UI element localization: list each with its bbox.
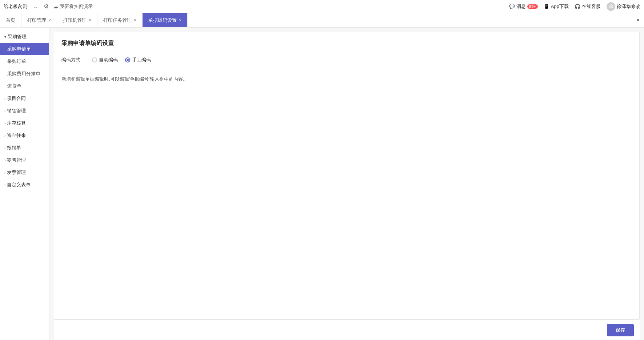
sidebar-group-label-sales-mgmt: 销售管理 bbox=[7, 108, 26, 114]
search-bar[interactable]: ☁ 我要看实例演示 bbox=[53, 3, 93, 10]
sidebar-item-purchase-order[interactable]: 采购订单 bbox=[0, 55, 49, 68]
chevron-right-icon: › bbox=[4, 171, 5, 175]
radio-auto-circle[interactable] bbox=[92, 57, 97, 62]
customer-service-label: 在线客服 bbox=[582, 3, 601, 10]
sidebar: ▾ 采购管理 采购申请单 采购订单 采购费用分摊单 进货单 › 项目合同 › 销… bbox=[0, 28, 49, 340]
sidebar-item-goods-receipt[interactable]: 进货单 bbox=[0, 80, 49, 92]
sidebar-group-label-retail: 零售管理 bbox=[7, 157, 26, 163]
settings-icon[interactable]: ⚙ bbox=[42, 2, 50, 11]
chevron-right-icon: › bbox=[4, 134, 5, 138]
tab-barcode-setting-close[interactable]: × bbox=[179, 18, 181, 23]
user-name: 徐泽华修改 bbox=[617, 3, 640, 10]
sidebar-group-header-retail[interactable]: › 零售管理 bbox=[0, 154, 49, 166]
hint-text: 新增和编辑单据编辑时,可以编辑'单据编号'输入框中的内容。 bbox=[61, 73, 632, 85]
content-area: 采购申请单编码设置 编码方式 自动编码 手工编码 新增和编辑单据编辑时,可以编辑… bbox=[49, 28, 644, 340]
tab-printer-mgmt-close[interactable]: × bbox=[89, 18, 91, 23]
page-title: 采购申请单编码设置 bbox=[61, 40, 632, 47]
sidebar-group-purchase: ▾ 采购管理 采购申请单 采购订单 采购费用分摊单 进货单 bbox=[0, 31, 49, 92]
sidebar-item-purchase-expense[interactable]: 采购费用分摊单 bbox=[0, 68, 49, 80]
tab-print-task-mgmt[interactable]: 打印任务管理 × bbox=[97, 13, 143, 27]
sidebar-group-header-fund[interactable]: › 资金往来 bbox=[0, 129, 49, 142]
radio-group-encoding: 自动编码 手工编码 bbox=[92, 57, 151, 63]
tab-printer-mgmt[interactable]: 打印机管理 × bbox=[57, 13, 97, 27]
dropdown-button[interactable]: ⌄ bbox=[32, 2, 39, 11]
message-label: 消息 bbox=[516, 3, 526, 10]
content-main: 采购申请单编码设置 编码方式 自动编码 手工编码 新增和编辑单据编辑时,可以编辑… bbox=[54, 32, 640, 320]
sidebar-group-label-project-contract: 项目合同 bbox=[7, 95, 26, 102]
chevron-right-icon: › bbox=[4, 97, 5, 101]
chevron-right-icon: › bbox=[4, 146, 5, 150]
chevron-right-icon: › bbox=[4, 121, 5, 125]
tab-bar: 首页 打印管理 × 打印机管理 × 打印任务管理 × 单据编码设置 × × bbox=[0, 13, 644, 28]
tab-home-label: 首页 bbox=[6, 17, 15, 24]
brand-logo: 给老板勿割! bbox=[4, 3, 29, 10]
tab-print-mgmt-label: 打印管理 bbox=[27, 17, 46, 24]
customer-service-button[interactable]: 🎧 在线客服 bbox=[575, 3, 601, 10]
sidebar-group-label-fund: 资金往来 bbox=[7, 132, 26, 139]
message-badge: 99+ bbox=[527, 4, 538, 9]
auto-code-label: 自动编码 bbox=[99, 57, 118, 63]
sidebar-group-label-purchase: 采购管理 bbox=[8, 33, 27, 40]
sidebar-group-label-custom-form: 自定义表单 bbox=[7, 182, 31, 188]
main-layout: ▾ 采购管理 采购申请单 采购订单 采购费用分摊单 进货单 › 项目合同 › 销… bbox=[0, 28, 644, 340]
sidebar-group-label-inventory: 库存核算 bbox=[7, 120, 26, 126]
avatar: 徐 bbox=[607, 2, 615, 11]
radio-manual-code[interactable]: 手工编码 bbox=[125, 57, 151, 63]
message-icon: 💬 bbox=[509, 4, 515, 9]
search-text[interactable]: 我要看实例演示 bbox=[60, 3, 93, 10]
app-download-icon: 📱 bbox=[544, 4, 549, 9]
global-close-button[interactable]: × bbox=[632, 17, 644, 24]
tab-barcode-setting[interactable]: 单据编码设置 × bbox=[143, 13, 188, 27]
sidebar-group-header-project-contract[interactable]: › 项目合同 bbox=[0, 92, 49, 105]
sidebar-group-header-return[interactable]: › 报销单 bbox=[0, 142, 49, 154]
sidebar-group-label-invoice: 发票管理 bbox=[7, 169, 26, 176]
tab-print-mgmt[interactable]: 打印管理 × bbox=[21, 13, 57, 27]
encoding-row: 编码方式 自动编码 手工编码 bbox=[61, 53, 632, 67]
chevron-right-icon: › bbox=[4, 109, 5, 113]
chevron-right-icon: › bbox=[4, 183, 5, 187]
chevron-down-icon: ▾ bbox=[4, 35, 6, 39]
sidebar-group-header-invoice[interactable]: › 发票管理 bbox=[0, 166, 49, 179]
sidebar-group-header-sales-mgmt[interactable]: › 销售管理 bbox=[0, 105, 49, 117]
tab-home[interactable]: 首页 bbox=[0, 13, 21, 27]
tab-print-mgmt-close[interactable]: × bbox=[48, 18, 51, 23]
save-button[interactable]: 保存 bbox=[607, 324, 634, 336]
app-download-button[interactable]: 📱 App下载 bbox=[544, 3, 569, 10]
tab-barcode-setting-label: 单据编码设置 bbox=[148, 17, 177, 24]
radio-auto-code[interactable]: 自动编码 bbox=[92, 57, 118, 63]
manual-code-label: 手工编码 bbox=[132, 57, 151, 63]
content-footer: 保存 bbox=[54, 320, 640, 340]
top-bar-left: 给老板勿割! ⌄ ⚙ ☁ 我要看实例演示 bbox=[4, 2, 93, 11]
tab-printer-mgmt-label: 打印机管理 bbox=[63, 17, 87, 24]
tab-print-task-mgmt-close[interactable]: × bbox=[134, 18, 136, 23]
top-bar-right: 💬 消息 99+ 📱 App下载 🎧 在线客服 徐 徐泽华修改 bbox=[509, 2, 640, 11]
message-button[interactable]: 💬 消息 99+ bbox=[509, 3, 538, 10]
chevron-right-icon: › bbox=[4, 158, 5, 162]
sidebar-group-header-inventory[interactable]: › 库存核算 bbox=[0, 117, 49, 129]
sidebar-group-header-purchase[interactable]: ▾ 采购管理 bbox=[0, 31, 49, 43]
sidebar-group-header-custom-form[interactable]: › 自定义表单 bbox=[0, 179, 49, 191]
top-bar: 给老板勿割! ⌄ ⚙ ☁ 我要看实例演示 💬 消息 99+ 📱 App下载 🎧 … bbox=[0, 0, 644, 13]
tab-print-task-mgmt-label: 打印任务管理 bbox=[103, 17, 132, 24]
sidebar-item-purchase-requisition[interactable]: 采购申请单 bbox=[0, 43, 49, 55]
customer-service-icon: 🎧 bbox=[575, 4, 580, 9]
user-menu[interactable]: 徐 徐泽华修改 bbox=[607, 2, 640, 11]
radio-manual-circle[interactable] bbox=[125, 57, 130, 62]
sidebar-group-label-return: 报销单 bbox=[7, 145, 21, 151]
encoding-label: 编码方式 bbox=[61, 57, 80, 63]
cloud-icon: ☁ bbox=[53, 4, 58, 9]
app-download-label: App下载 bbox=[551, 3, 569, 10]
